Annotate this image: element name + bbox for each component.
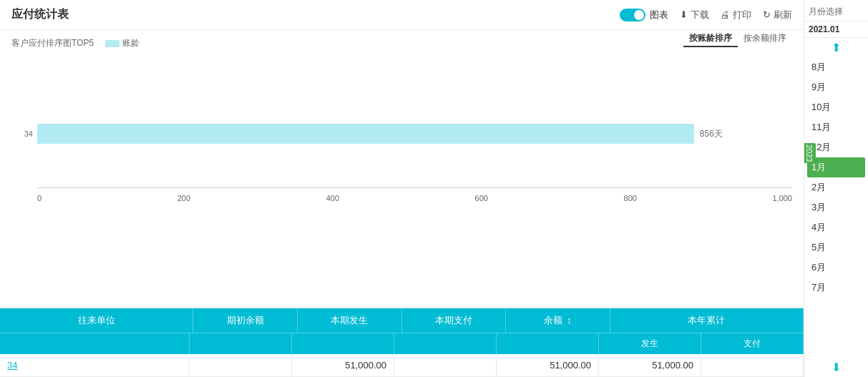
sort-by-amount-btn[interactable]: 按余额排序 [738, 31, 792, 47]
chart-section: 客户应付排序图TOP5 账龄 按账龄排序 按余额排序 34 [0, 30, 804, 308]
table-section: 往来单位 期初余额 本期发生 本期支付 余额 ↕ 本年累计 发生 支付 [0, 308, 804, 377]
month-item-2[interactable]: 2月 [804, 177, 868, 197]
th-sub-ytd-occurrence: 发生 [599, 333, 701, 354]
toggle-track[interactable] [620, 9, 645, 21]
th-sub-vendor [0, 333, 190, 354]
month-item-7[interactable]: 7月 [804, 278, 868, 298]
th-ytd: 本年累计 [610, 308, 804, 333]
x-axis-labels: 0 200 400 600 800 1,000 [37, 194, 792, 202]
month-item-1[interactable]: 1月 [807, 157, 865, 177]
chart-inner: 34 856天 0 200 400 600 800 [11, 62, 792, 205]
nav-down-arrow[interactable]: ⬇ [804, 358, 868, 377]
td-current-occurrence: 51,000.00 [292, 354, 394, 376]
month-item-11[interactable]: 11月 [804, 117, 868, 137]
legend-label: 客户应付排序图TOP5 [11, 37, 94, 49]
td-ytd-occurrence: 51,000.00 [599, 354, 701, 376]
refresh-icon: ↻ [763, 9, 771, 20]
month-item-3[interactable]: 3月 [804, 197, 868, 217]
sort-by-balance-btn[interactable]: 按账龄排序 [683, 31, 738, 47]
refresh-button[interactable]: ↻ 刷新 [763, 9, 792, 21]
x-label-200: 200 [177, 194, 190, 202]
month-item-6[interactable]: 6月 [804, 258, 868, 278]
table-header: 往来单位 期初余额 本期发生 本期支付 余额 ↕ 本年累计 [0, 308, 804, 333]
th-balance: 余额 ↕ [506, 308, 610, 333]
td-opening-balance [190, 354, 292, 376]
th-sub-payment [394, 333, 497, 354]
chart-bars-wrapper: 34 856天 0 200 400 600 800 [11, 62, 792, 205]
th-current-occurrence: 本期发生 [298, 308, 402, 333]
x-label-400: 400 [326, 194, 339, 202]
th-sub-occurrence [292, 333, 394, 354]
chart-label: 图表 [650, 9, 668, 21]
table-sub-header: 发生 支付 [0, 333, 804, 354]
legend-color-box [105, 40, 120, 47]
month-item-10[interactable]: 10月 [804, 97, 868, 117]
td-ytd-payment [701, 354, 804, 376]
legend-aging-label: 账龄 [122, 37, 140, 49]
th-current-payment: 本期支付 [402, 308, 507, 333]
nav-up-arrow[interactable]: ⬆ [804, 38, 868, 57]
chart-legend: 客户应付排序图TOP5 账龄 [11, 37, 140, 49]
th-opening-balance: 期初余额 [193, 308, 298, 333]
month-sidebar: 月份选择 2021.01 ⬆ 2023 8月 9月 10月 11月 12月 1月… [804, 0, 868, 377]
x-axis-line [37, 187, 792, 188]
th-sub-opening [190, 333, 292, 354]
x-label-0: 0 [37, 194, 42, 202]
balance-sort-icon[interactable]: ↕ [567, 315, 572, 325]
sidebar-current-date: 2021.01 [804, 21, 868, 38]
month-item-8[interactable]: 8月 [804, 57, 868, 77]
download-button[interactable]: ⬇ 下载 [680, 9, 709, 21]
toggle-thumb [634, 10, 644, 20]
month-list: 2023 8月 9月 10月 11月 12月 1月 2月 3月 4月 5月 6月… [804, 57, 868, 358]
sidebar-title: 月份选择 [804, 0, 868, 21]
table-row: 34 51,000.00 51,000.00 51,000.00 [0, 354, 804, 377]
header-actions: 图表 ⬇ 下载 🖨 打印 ↻ 刷新 [620, 9, 792, 21]
print-icon: 🖨 [721, 9, 730, 20]
td-current-payment [394, 354, 497, 376]
th-vendor: 往来单位 [0, 308, 193, 333]
bar-value-label: 856天 [700, 128, 723, 140]
page-header: 应付统计表 图表 ⬇ 下载 🖨 打印 ↻ 刷新 [0, 0, 804, 30]
bar-y-label: 34 [11, 129, 33, 138]
month-item-4[interactable]: 4月 [804, 217, 868, 238]
year-badge: 2023 [804, 143, 816, 163]
page-title: 应付统计表 [11, 7, 69, 22]
legend-item-vendor: 客户应付排序图TOP5 [11, 37, 94, 49]
sidebar-nav: ⬆ 2023 8月 9月 10月 11月 12月 1月 2月 3月 4月 5月 … [804, 38, 868, 377]
month-item-9[interactable]: 9月 [804, 77, 868, 97]
bar-row: 856天 [37, 124, 792, 144]
td-balance: 51,000.00 [497, 354, 599, 376]
x-label-600: 600 [475, 194, 488, 202]
x-label-1000: 1,000 [772, 194, 792, 202]
td-vendor[interactable]: 34 [0, 354, 190, 376]
chart-sort-controls: 按账龄排序 按余额排序 [683, 31, 792, 47]
th-sub-ytd-payment: 支付 [701, 333, 804, 354]
x-label-800: 800 [624, 194, 637, 202]
chart-toggle[interactable]: 图表 [620, 9, 668, 21]
print-button[interactable]: 🖨 打印 [721, 9, 751, 21]
th-sub-balance [497, 333, 599, 354]
download-icon: ⬇ [680, 9, 688, 20]
legend-item-aging: 账龄 [105, 37, 140, 49]
month-item-5[interactable]: 5月 [804, 238, 868, 258]
bar-fill [37, 124, 694, 144]
